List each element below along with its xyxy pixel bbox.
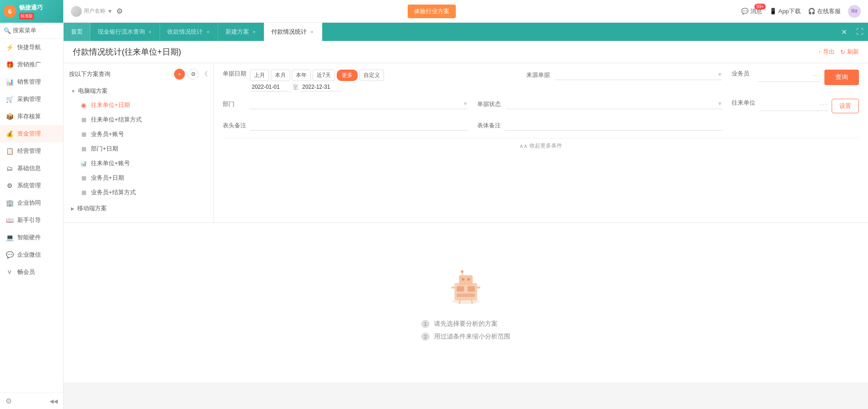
search-icon: 🔍 [4,27,11,34]
date-to-input[interactable] [300,83,341,91]
sidebar-item-basic-info[interactable]: 🗂 基础信息 [0,160,63,177]
source-select[interactable]: ▼ [555,70,723,80]
tab-bank-flow[interactable]: 现金银行流水查询 × [90,23,160,41]
scheme-icon-unit-account: 📊 [80,161,87,167]
tab-close-new-scheme[interactable]: × [252,28,256,35]
sidebar-item-hardware[interactable]: 💻 智能硬件 [0,229,63,246]
date-from-input[interactable] [250,83,291,91]
export-button[interactable]: ↑ 导出 [818,48,835,56]
user-profile-btn[interactable]: Rit [848,5,861,18]
unit-more-btn[interactable]: ··· [819,101,828,109]
user-dropdown-arrow[interactable]: ▼ [107,8,113,15]
date-more-btn[interactable]: 更多 [337,70,358,81]
svg-rect-5 [459,275,473,285]
filter-form: 单据日期 上月 本月 本年 近7天 更多 自定义 [214,63,868,222]
date-this-year[interactable]: 本年 [292,70,311,81]
message-btn[interactable]: 💬 消息 99+ [741,7,762,15]
scheme-item-unit-account[interactable]: 📊 往来单位+账号 [69,156,208,171]
date-last-month[interactable]: 上月 [250,70,269,81]
doc-status-select-arrow: ▼ [717,101,723,107]
mobile-section-header[interactable]: ▶ 移动端方案 [69,202,208,215]
header-note-input[interactable] [250,121,468,131]
doc-status-field: 单据状态 ▼ [477,99,723,109]
sidebar-item-enterprise[interactable]: 🏢 企业协同 [0,194,63,212]
add-scheme-btn[interactable]: + [174,69,185,80]
refresh-button[interactable]: ↻ 刷新 [840,48,859,56]
sidebar-item-wechat[interactable]: 💬 企业微信 [0,246,63,263]
wechat-icon: 💬 [5,251,14,259]
desktop-section-arrow: ▼ [71,89,75,94]
tab-expand-btn[interactable]: ⛶ [852,28,868,36]
sidebar-item-quick-nav[interactable]: ⚡ 快捷导航 [0,39,63,56]
sidebar-item-system[interactable]: ⚙ 系统管理 [0,177,63,194]
date-range-inputs: 至 [250,83,384,91]
tab-close-payment[interactable]: × [309,28,314,35]
scheme-item-unit-date[interactable]: ◉ 往来单位+日期 [69,98,208,112]
desktop-section-header[interactable]: ▼ 电脑端方案 [69,84,208,98]
trial-button[interactable]: 体验行业方案 [408,5,456,18]
tab-close-bank-flow[interactable]: × [148,28,152,35]
scheme-item-dept-date[interactable]: ▦ 部门+日期 [69,141,208,156]
page-content: 付款情况统计(往来单位+日期) ↑ 导出 ↻ 刷新 按以下方案查询 [64,41,868,409]
doc-status-select[interactable]: ▼ [506,99,723,109]
scheme-item-staff-settlement[interactable]: ▦ 业务员+结算方式 [69,185,208,200]
date-custom-btn[interactable]: 自定义 [359,70,384,81]
body-note-input[interactable] [504,121,723,131]
empty-state-illustration [443,263,489,308]
guide-icon: 📖 [5,216,14,224]
tab-payment[interactable]: 付款情况统计 × [264,23,322,41]
sidebar-item-inventory[interactable]: 📦 库存核算 [0,108,63,125]
sidebar-header: 6 畅捷通巧 标准版 [0,0,63,23]
main-content: 用户名称 ▼ ⚙ 体验行业方案 💬 消息 99+ 📱 App下载 🎧 在线客服 [64,0,868,409]
filter-sidebar-collapse-btn[interactable]: 《 [201,70,208,78]
search-menu[interactable]: 🔍 搜索菜单 [0,23,63,39]
header-note-field: 表头备注 [223,121,468,131]
app-download-btn[interactable]: 📱 App下载 [769,7,801,15]
sidebar-item-purchase[interactable]: 🛒 采购管理 [0,91,63,108]
sidebar-item-finance[interactable]: 💰 资金管理 [0,125,63,142]
filter-sidebar-actions: + ⚙ 《 [174,69,208,80]
svg-point-11 [461,270,464,273]
topbar-settings-icon[interactable]: ⚙ [116,7,123,15]
svg-rect-4 [457,293,475,297]
dept-select[interactable]: ▼ [249,99,468,109]
svg-rect-2 [457,286,464,292]
sidebar-item-marketing[interactable]: 🎁 营销推广 [0,56,63,73]
unit-settings-field: 往来单位 ··· 设置 [732,99,859,113]
date-buttons: 上月 本月 本年 近7天 更多 自定义 [250,70,384,81]
date-this-month[interactable]: 本月 [271,70,290,81]
tab-new-scheme[interactable]: 新建方案 × [218,23,264,41]
desktop-section-label: 电脑端方案 [78,87,108,95]
collapse-more-btn[interactable]: ∧∧ 收起更多条件 [223,138,859,153]
topbar-user[interactable]: 用户名称 ▼ [71,6,113,17]
online-service-btn[interactable]: 🎧 在线客服 [808,7,841,15]
tab-home[interactable]: 首页 [64,23,90,41]
query-button[interactable]: 查询 [824,70,859,85]
page-actions: ↑ 导出 ↻ 刷新 [818,48,859,56]
purchase-icon: 🛒 [5,95,14,103]
sidebar-collapse-icon[interactable]: ◀◀ [50,398,58,404]
footer-settings-icon[interactable]: ⚙ [5,397,12,405]
tab-close-all-btn[interactable]: ✕ [837,28,852,36]
refresh-icon: ↻ [840,49,845,56]
source-label: 来源单据 [526,71,551,79]
tab-collection[interactable]: 收款情况统计 × [160,23,218,41]
scheme-item-staff-date[interactable]: ▦ 业务员+日期 [69,171,208,185]
sidebar-item-member[interactable]: V 畅会员 [0,263,63,281]
scheme-item-staff-account[interactable]: ▦ 业务员+账号 [69,127,208,141]
desktop-scheme-section: ▼ 电脑端方案 ◉ 往来单位+日期 ▦ 往来单位+结算方式 ▦ [69,84,208,200]
staff-more-btn[interactable]: ··· [812,71,821,80]
sidebar-item-operations[interactable]: 📋 经营管理 [0,142,63,160]
filter-scheme-sidebar: 按以下方案查询 + ⚙ 《 ▼ 电脑端方案 [64,63,214,222]
tab-close-collection[interactable]: × [205,28,210,35]
user-avatar-placeholder [71,6,82,17]
settings-button[interactable]: 设置 [832,99,859,113]
sidebar-item-sales[interactable]: 📊 销售管理 [0,73,63,91]
empty-state: 1 请先选择要分析的方案 2 用过滤条件来缩小分析范围 [412,223,519,382]
user-name: 用户名称 [84,7,105,15]
scheme-item-unit-settlement[interactable]: ▦ 往来单位+结算方式 [69,112,208,127]
sidebar-item-guide[interactable]: 📖 新手引导 [0,212,63,229]
date-last-7days[interactable]: 近7天 [313,70,335,81]
tab-bar: 首页 现金银行流水查询 × 收款情况统计 × 新建方案 × 付款情况统计 × ✕… [64,23,868,41]
scheme-settings-btn[interactable]: ⚙ [188,69,199,80]
